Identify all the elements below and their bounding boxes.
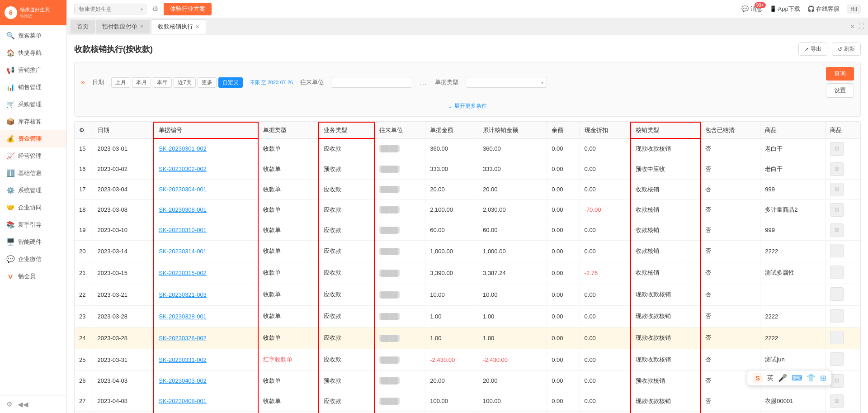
- date-more-btn[interactable]: 更多: [198, 77, 217, 88]
- partner-value: ████: [379, 291, 400, 298]
- col-cancel-type[interactable]: 核销类型: [631, 122, 700, 138]
- table-row: 16 2023-03-02 SK-20230302-002 收款单 预收款 ██…: [75, 159, 860, 179]
- cell-partner: ████: [374, 391, 425, 411]
- sidebar-item-hardware[interactable]: 🖥️智能硬件: [0, 233, 66, 251]
- user-avatar[interactable]: Rit: [847, 5, 861, 14]
- bill-no-link[interactable]: SK-20230315-002: [159, 270, 207, 276]
- bill-no-link[interactable]: SK-20230308-001: [159, 206, 207, 213]
- collapse-icon[interactable]: ◀◀: [18, 400, 28, 408]
- float-toolbar-keyboard[interactable]: ⌨: [792, 374, 802, 382]
- sidebar-item-operation[interactable]: 📈经营管理: [0, 147, 66, 165]
- sidebar-item-guide[interactable]: 📚新手引导: [0, 216, 66, 233]
- col-product-img[interactable]: 商品: [825, 122, 860, 138]
- sidebar-item-member[interactable]: V畅会员: [0, 268, 66, 285]
- date-custom-btn[interactable]: 自定义: [218, 77, 243, 88]
- bill-no-link[interactable]: SK-20230321-003: [159, 291, 207, 298]
- bill-no-link[interactable]: SK-20230328-002: [159, 335, 207, 342]
- partner-input[interactable]: [331, 77, 412, 88]
- bill-no-link[interactable]: SK-20230314-001: [159, 248, 207, 255]
- date-7days-btn[interactable]: 近7天: [174, 77, 196, 88]
- data-table: ⚙ 日期 单据编号 单据类型 业务类型 往来单位 单据金额 累计核销金额 余额 …: [75, 122, 860, 413]
- cell-seq: 28: [75, 411, 93, 413]
- sidebar-item-basic[interactable]: ℹ️基础信息: [0, 165, 66, 182]
- bill-no-link[interactable]: SK-20230301-002: [159, 145, 207, 152]
- col-balance[interactable]: 余额: [547, 122, 580, 138]
- bill-no-link[interactable]: SK-20230403-002: [159, 377, 207, 384]
- expand-icon[interactable]: ⛶: [859, 23, 864, 30]
- date-this-month-btn[interactable]: 本月: [132, 77, 151, 88]
- close-all-icon[interactable]: ✕: [850, 23, 855, 30]
- topbar-message[interactable]: 💬 消息 99+: [741, 5, 762, 13]
- col-cancel-amount[interactable]: 累计核销金额: [478, 122, 547, 138]
- tab-receipt[interactable]: 收款核销执行 ✕: [151, 19, 206, 34]
- col-product[interactable]: 商品: [760, 122, 825, 138]
- bill-no-link[interactable]: SK-20230304-001: [159, 186, 207, 193]
- sidebar-item-sales[interactable]: 📊销售管理: [0, 79, 66, 96]
- date-this-year-btn[interactable]: 本年: [153, 77, 172, 88]
- bill-no-link[interactable]: SK-20230331-002: [159, 356, 207, 363]
- cell-cancel-type: 预收中应收: [631, 159, 700, 179]
- table-row: 18 2023-03-08 SK-20230308-001 收款单 应收款 ██…: [75, 199, 860, 220]
- settings-button[interactable]: 设置: [826, 83, 854, 98]
- col-date[interactable]: 日期: [93, 122, 154, 138]
- cell-product-img: [825, 284, 860, 305]
- cell-balance: 0.00: [547, 391, 580, 411]
- query-button[interactable]: 查询: [826, 67, 854, 81]
- col-partner[interactable]: 往来单位: [374, 122, 425, 138]
- bill-no-link[interactable]: SK-20230302-002: [159, 166, 207, 172]
- bill-no-link[interactable]: SK-20230328-001: [159, 313, 207, 320]
- settings-bottom-icon[interactable]: ⚙: [6, 400, 12, 408]
- col-amount[interactable]: 单据金额: [425, 122, 478, 138]
- filter-expand-row[interactable]: ⌄ 展开更多条件: [81, 100, 854, 112]
- refresh-button[interactable]: ↺ 刷新: [832, 43, 861, 56]
- cell-product: 测试jun: [760, 349, 825, 370]
- cell-cancel-type: 预收款核销: [631, 370, 700, 391]
- date-last-month-btn[interactable]: 上月: [111, 77, 130, 88]
- cell-cancel-type: 收款核销: [631, 220, 700, 240]
- cell-product-img: 🖼: [825, 138, 860, 159]
- sidebar-item-finance[interactable]: 💰资金管理: [0, 130, 66, 147]
- bill-type-select[interactable]: [466, 77, 547, 88]
- bill-no-link[interactable]: SK-20230408-001: [159, 398, 207, 404]
- sidebar-item-search[interactable]: 🔍搜索菜单: [0, 27, 66, 44]
- col-include-settled[interactable]: 包含已结清: [700, 122, 760, 138]
- industry-btn[interactable]: 体验行业方案: [164, 3, 212, 15]
- app-download-link[interactable]: 📱 App下载: [769, 5, 800, 13]
- bill-no-link[interactable]: SK-20230310-001: [159, 227, 207, 233]
- sidebar-item-purchase[interactable]: 🛒采购管理: [0, 96, 66, 113]
- headset-icon: 🎧: [807, 5, 815, 12]
- cell-partner: ████: [374, 327, 425, 349]
- cell-cash-discount: 0.00: [580, 179, 631, 199]
- sidebar-item-system[interactable]: ⚙️系统管理: [0, 182, 66, 199]
- filter-collapse-btn[interactable]: »: [81, 78, 85, 86]
- float-toolbar-mic[interactable]: 🎤: [778, 374, 787, 382]
- sidebar-item-enterprise[interactable]: 🤝企业协同: [0, 199, 66, 216]
- sidebar-item-marketing[interactable]: 📢营销推广: [0, 62, 66, 79]
- wechat-icon: 💬: [6, 255, 14, 263]
- member-icon: V: [6, 273, 14, 280]
- cell-include-settled: 否: [700, 262, 760, 284]
- tab-presale-close[interactable]: ✕: [140, 24, 144, 29]
- float-toolbar-shirt[interactable]: 👕: [807, 374, 816, 382]
- col-cash-discount[interactable]: 现金折扣: [580, 122, 631, 138]
- topbar-gear-icon[interactable]: ⚙: [152, 5, 158, 13]
- col-bill-no[interactable]: 单据编号: [154, 122, 258, 138]
- col-biz-type[interactable]: 业务类型: [319, 122, 374, 138]
- topbar-search-input[interactable]: [74, 4, 146, 14]
- tab-receipt-close[interactable]: ✕: [195, 24, 199, 30]
- online-service-link[interactable]: 🎧 在线客服: [807, 5, 840, 13]
- cell-biz-type: 预收款: [319, 159, 374, 179]
- table-row: 21 2023-03-15 SK-20230315-002 收款单 应收款 ██…: [75, 262, 860, 284]
- sidebar-item-quicknav[interactable]: 🏠快捷导航: [0, 44, 66, 62]
- export-button[interactable]: ↗ 导出: [798, 43, 827, 56]
- tab-home[interactable]: 首页: [71, 20, 95, 33]
- cell-amount: 333.00: [425, 159, 478, 179]
- col-bill-type[interactable]: 单据类型: [258, 122, 319, 138]
- sidebar-item-inventory[interactable]: 📦库存核算: [0, 113, 66, 130]
- cell-cancel-amount: 10.00: [478, 284, 547, 305]
- sidebar-item-wechat[interactable]: 💬企业微信: [0, 251, 66, 268]
- cell-product: 老白干: [760, 159, 825, 179]
- float-toolbar-grid[interactable]: ⊞: [820, 374, 826, 382]
- cell-balance: 0.00: [547, 305, 580, 327]
- tab-presale[interactable]: 预付款应付单 ✕: [96, 20, 150, 33]
